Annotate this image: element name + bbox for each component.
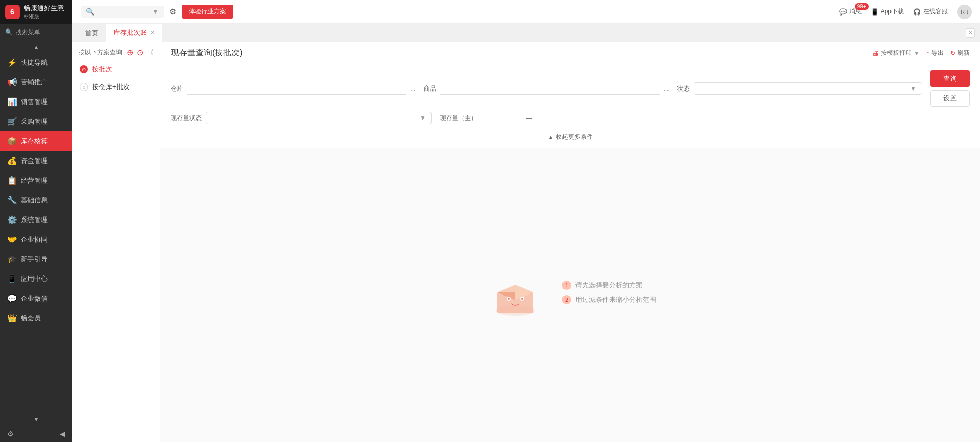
product-input[interactable] <box>440 83 659 95</box>
trial-button[interactable]: 体验行业方案 <box>182 5 233 19</box>
user-avatar[interactable]: Rit <box>957 5 972 19</box>
sidebar-item-label: 企业协同 <box>21 235 48 244</box>
sidebar-search-label: 搜索菜单 <box>16 28 40 37</box>
warehouse-filter: 仓库 ... <box>171 83 415 95</box>
sidebar-item-inventory[interactable]: 📦 库存核算 <box>0 131 72 151</box>
query-button[interactable]: 查询 <box>930 70 970 87</box>
sidebar-item-label: 资金管理 <box>21 156 48 166</box>
scheme-header-label: 按以下方案查询 <box>79 48 122 57</box>
scheme-dot-active: ⊙ <box>80 65 88 73</box>
sidebar-item-member[interactable]: 👑 畅会员 <box>0 308 72 328</box>
range-dash: — <box>526 114 532 122</box>
empty-step1: 1 请先选择要分析的方案 <box>562 281 656 290</box>
print-label: 按模板打印 <box>881 49 912 57</box>
sidebar-item-sales[interactable]: 📊 销售管理 <box>0 92 72 112</box>
messages-btn[interactable]: 💬 消息 99+ <box>839 7 862 16</box>
action-buttons: 查询 设置 <box>930 70 970 107</box>
sidebar-item-guide[interactable]: 🎓 新手引导 <box>0 249 72 269</box>
add-scheme-icon[interactable]: ⊕ <box>127 48 133 57</box>
left-panel-header: 按以下方案查询 ⊕ ⊙ 《 <box>72 42 160 61</box>
status-select[interactable]: ▼ <box>694 82 922 95</box>
tabbar-actions: ✕ <box>966 28 975 38</box>
topbar-right: 💬 消息 99+ 📱 App下载 🎧 在线客服 Rit <box>839 5 972 19</box>
warehouse-more-btn[interactable]: ... <box>410 85 415 92</box>
print-btn[interactable]: 🖨 按模板打印 ▼ <box>872 49 920 57</box>
content-area: 按以下方案查询 ⊕ ⊙ 《 ⊙ 按批次 ○ 按仓库+批次 现存量查询(按批次) <box>72 42 980 442</box>
refresh-btn[interactable]: ↻ 刷新 <box>950 49 970 57</box>
empty-svg <box>487 267 544 323</box>
stock-status-select[interactable]: ▼ <box>206 112 432 124</box>
main-area: 🔍 ▼ ⚙ 体验行业方案 💬 消息 99+ 📱 App下载 🎧 在线客服 Rit <box>72 0 980 442</box>
inventory-icon: 📦 <box>7 137 17 146</box>
app-logo: 6 <box>5 5 20 19</box>
app-download-label: App下载 <box>881 7 904 16</box>
app-download-btn[interactable]: 📱 App下载 <box>871 7 904 16</box>
product-more-btn[interactable]: ... <box>664 85 669 92</box>
topbar-gear-icon[interactable]: ⚙ <box>169 7 176 17</box>
stock-status-label: 现存量状态 <box>171 114 202 123</box>
stock-main-range: — <box>481 112 576 124</box>
settings-scheme-icon[interactable]: ⊙ <box>137 48 143 57</box>
sidebar-item-label: 基础信息 <box>21 196 48 205</box>
online-support-btn[interactable]: 🎧 在线客服 <box>913 7 948 16</box>
sidebar-item-marketing[interactable]: 📢 营销推广 <box>0 72 72 92</box>
product-filter: 商品 ... <box>424 83 669 95</box>
stock-status-filter: 现存量状态 ▼ <box>171 112 432 124</box>
toggle-sidebar-icon[interactable]: ◀ <box>60 430 65 438</box>
tab-home[interactable]: 首页 <box>78 24 106 42</box>
topbar-search-box[interactable]: 🔍 ▼ <box>81 6 164 18</box>
close-all-tabs-button[interactable]: ✕ <box>966 28 975 38</box>
sidebar-item-collab[interactable]: 🤝 企业协同 <box>0 230 72 249</box>
settings-icon[interactable]: ⚙ <box>7 430 14 438</box>
online-support-label: 在线客服 <box>923 7 948 16</box>
topbar-search-input[interactable] <box>97 8 149 16</box>
page-header-actions: 🖨 按模板打印 ▼ ↑ 导出 ↻ 刷新 <box>872 49 970 57</box>
sidebar-scroll-up[interactable]: ▲ <box>0 41 72 53</box>
tab-batch-inventory[interactable]: 库存批次账 ✕ <box>106 24 162 42</box>
sidebar-item-system[interactable]: ⚙️ 系统管理 <box>0 210 72 230</box>
left-panel: 按以下方案查询 ⊕ ⊙ 《 ⊙ 按批次 ○ 按仓库+批次 <box>72 42 160 442</box>
tab-batch-inventory-label: 库存批次账 <box>113 28 147 37</box>
sidebar-item-label: 畅会员 <box>21 314 41 323</box>
sidebar-item-finance[interactable]: 💰 资金管理 <box>0 151 72 171</box>
sidebar-item-operations[interactable]: 📋 经营管理 <box>0 171 72 190</box>
sidebar-bottom: ⚙ ◀ <box>0 425 72 442</box>
filter-bar: 仓库 ... 商品 ... 状态 ▼ <box>160 64 980 148</box>
sidebar-item-label: 库存核算 <box>21 137 48 146</box>
scheme-item-warehouse-batch[interactable]: ○ 按仓库+批次 <box>72 78 160 96</box>
collapse-more-btn[interactable]: ▲ 收起更多条件 <box>171 129 970 141</box>
topbar-search-icon: 🔍 <box>86 8 94 16</box>
collab-icon: 🤝 <box>7 235 17 244</box>
page-header: 现存量查询(按批次) 🖨 按模板打印 ▼ ↑ 导出 ↻ 刷新 <box>160 42 980 64</box>
stock-main-from-input[interactable] <box>481 112 523 124</box>
purchase-icon: 🛒 <box>7 117 17 126</box>
message-badge: 99+ <box>855 3 869 10</box>
warehouse-input[interactable] <box>187 83 406 95</box>
sidebar-item-purchase[interactable]: 🛒 采购管理 <box>0 112 72 131</box>
right-content: 现存量查询(按批次) 🖨 按模板打印 ▼ ↑ 导出 ↻ 刷新 <box>160 42 980 442</box>
sidebar-item-basics[interactable]: 🔧 基础信息 <box>0 190 72 210</box>
sales-icon: 📊 <box>7 97 17 107</box>
sidebar-item-shortcut[interactable]: ⚡ 快捷导航 <box>0 53 72 72</box>
sidebar-scroll-down[interactable]: ▼ <box>0 414 72 425</box>
basics-icon: 🔧 <box>7 196 17 205</box>
export-btn[interactable]: ↑ 导出 <box>926 49 944 57</box>
guide-icon: 🎓 <box>7 255 17 264</box>
empty-step2: 2 用过滤条件来缩小分析范围 <box>562 295 656 304</box>
sidebar-search[interactable]: 🔍 搜索菜单 <box>0 24 72 41</box>
collapse-panel-button[interactable]: 《 <box>146 48 154 57</box>
collapse-more-label: 收起更多条件 <box>556 132 593 141</box>
sidebar-item-label: 销售管理 <box>21 97 48 107</box>
sidebar-item-appstore[interactable]: 📱 应用中心 <box>0 269 72 289</box>
tab-close-icon[interactable]: ✕ <box>150 29 155 36</box>
scheme-item-batch-label: 按批次 <box>92 65 112 74</box>
scheme-item-batch[interactable]: ⊙ 按批次 <box>72 61 160 78</box>
finance-icon: 💰 <box>7 156 17 166</box>
stock-main-filter: 现存量（主） — <box>440 112 701 124</box>
sidebar-item-wechat[interactable]: 💬 企业微信 <box>0 289 72 308</box>
sidebar: 6 畅康通好生意 标准版 🔍 搜索菜单 ▲ ⚡ 快捷导航 📢 营销推广 📊 销售… <box>0 0 72 442</box>
sidebar-item-label: 经营管理 <box>21 176 48 185</box>
stock-main-to-input[interactable] <box>535 112 576 124</box>
sidebar-item-label: 企业微信 <box>21 294 48 303</box>
settings-button[interactable]: 设置 <box>930 90 970 107</box>
